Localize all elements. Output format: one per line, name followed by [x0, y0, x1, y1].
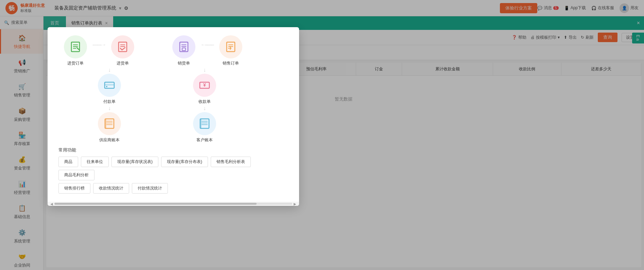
payment-bill-label: 付款单 — [103, 99, 116, 105]
sale-bill-circle — [172, 35, 195, 58]
func-btn-product-profit[interactable]: 商品毛利分析 — [58, 170, 94, 180]
payment-bill-node[interactable]: 付款单 — [92, 74, 126, 105]
down-arrow-purchase-bill: ↓ — [92, 66, 126, 74]
supplier-ledger-label: 供应商账本 — [99, 137, 120, 143]
sale-bill-node[interactable]: 销货单 — [167, 35, 201, 66]
supplier-ledger-circle — [98, 112, 121, 135]
sale-order-label: 销售订单 — [223, 60, 239, 66]
customer-ledger-node[interactable]: 客户账本 — [188, 112, 222, 143]
purchase-bill-circle — [111, 35, 134, 58]
receipt-bill-label: 收款单 — [198, 99, 211, 105]
svg-text:¥: ¥ — [203, 82, 206, 88]
purchase-order-label: 进货订单 — [67, 60, 84, 66]
payment-bill-circle — [98, 74, 121, 97]
func-btn-partner[interactable]: 往来单位 — [81, 157, 109, 167]
common-functions: 常用功能 商品 往来单位 现存量(库存状况表) 现存量(库存分布表) 销售毛利分… — [58, 147, 288, 194]
down-arrow-payment: ↓ — [92, 105, 126, 112]
supplier-ledger-node[interactable]: 供应商账本 — [92, 112, 126, 143]
func-btn-sale-profit[interactable]: 销售毛利分析表 — [211, 157, 251, 167]
modal-scrollbar: ◀ ▶ — [48, 202, 299, 206]
modal-overlay: 进货订单 --------→ 进货单 — [0, 0, 644, 270]
func-btn-payment-stat[interactable]: 付款情况统计 — [132, 183, 168, 194]
svg-point-16 — [106, 86, 107, 87]
receipt-bill-circle: ¥ — [193, 74, 216, 97]
scrollbar-left-arrow[interactable]: ◀ — [50, 202, 53, 206]
func-btn-sale-rank[interactable]: 销售排行榜 — [58, 183, 90, 194]
sale-order-node[interactable]: 销售订单 — [214, 35, 248, 66]
sale-order-circle — [219, 35, 242, 58]
arrow-purchase-order-to-bill: --------→ — [92, 35, 106, 55]
purchase-bill-node[interactable]: 进货单 — [106, 35, 140, 66]
func-btn-receipt-stat[interactable]: 收款情况统计 — [93, 183, 129, 194]
common-title: 常用功能 — [58, 147, 288, 153]
receipt-bill-node[interactable]: ¥ 收款单 — [188, 74, 222, 105]
func-grid-row1: 商品 往来单位 现存量(库存状况表) 现存量(库存分布表) 销售毛利分析表 商品… — [58, 157, 288, 180]
scrollbar-thumb — [54, 203, 257, 205]
svg-rect-23 — [105, 119, 106, 128]
sale-bill-label: 销货单 — [178, 60, 190, 66]
flow-modal: 进货订单 --------→ 进货单 — [48, 27, 299, 206]
purchase-order-node[interactable]: 进货订单 — [58, 35, 92, 66]
down-arrow-sale-bill: ↓ — [188, 66, 222, 74]
svg-rect-28 — [200, 119, 202, 128]
scrollbar-track[interactable] — [54, 203, 292, 205]
func-btn-stock-dist[interactable]: 现存量(库存分布表) — [161, 157, 208, 167]
purchase-bill-label: 进货单 — [117, 60, 129, 66]
customer-ledger-circle — [193, 112, 216, 135]
svg-rect-15 — [105, 84, 114, 86]
svg-rect-10 — [182, 48, 186, 51]
down-arrow-receipt: ↓ — [188, 105, 222, 112]
func-btn-product[interactable]: 商品 — [58, 157, 78, 167]
customer-ledger-label: 客户账本 — [196, 137, 213, 143]
func-grid-row2: 销售排行榜 收款情况统计 付款情况统计 — [58, 183, 288, 194]
purchase-order-circle — [64, 35, 87, 58]
arrow-sale-order-to-bill: ←-------- — [201, 35, 214, 55]
func-btn-stock-status[interactable]: 现存量(库存状况表) — [111, 157, 158, 167]
scrollbar-right-arrow[interactable]: ▶ — [294, 202, 296, 206]
modal-body: 进货订单 --------→ 进货单 — [48, 27, 299, 202]
